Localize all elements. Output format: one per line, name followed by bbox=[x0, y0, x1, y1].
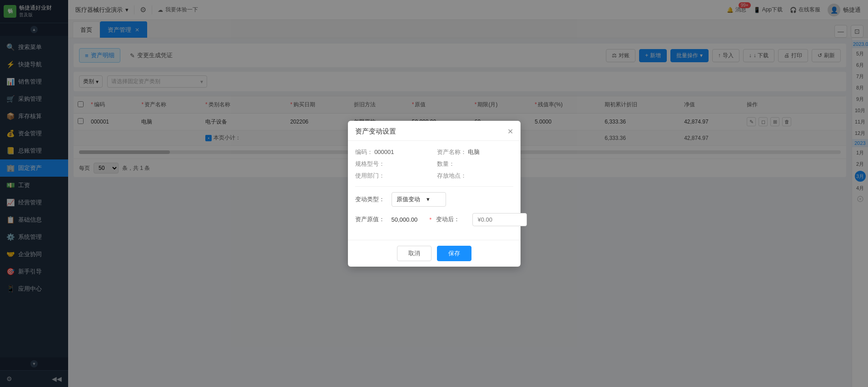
modal-change-type-value: 原值变动 bbox=[397, 195, 420, 203]
modal-asset-name-item: 资产名称： 电脑 bbox=[437, 148, 513, 156]
modal-asset-name-label: 资产名称： bbox=[437, 149, 466, 155]
modal-department-label: 使用部门： bbox=[355, 172, 385, 179]
modal-change-type-label: 变动类型： bbox=[355, 195, 387, 203]
modal-change-type-row: 变动类型： 原值变动 ▾ bbox=[355, 192, 513, 207]
modal-quantity-label: 数量： bbox=[437, 160, 455, 167]
modal-original-value-row: 资产原值： 50,000.00 * 变动后： bbox=[355, 213, 513, 226]
modal-original-value-value: 50,000.00 bbox=[392, 216, 418, 223]
modal-code-value: 000001 bbox=[374, 149, 394, 155]
modal-required-star: * bbox=[429, 216, 432, 223]
modal-change-type-select[interactable]: 原值变动 ▾ bbox=[392, 192, 446, 207]
modal-spec-label: 规格型号： bbox=[355, 160, 385, 167]
modal-storage-label: 存放地点： bbox=[437, 172, 466, 179]
cancel-button[interactable]: 取消 bbox=[397, 246, 432, 261]
modal-info-grid: 编码： 000001 资产名称： 电脑 规格型号： 数量： 使用部门： bbox=[355, 148, 513, 180]
modal-header: 资产变动设置 ✕ bbox=[348, 121, 521, 141]
modal-footer: 取消 保存 bbox=[348, 240, 521, 267]
chevron-down-icon: ▾ bbox=[427, 196, 430, 203]
modal-asset-name-value: 电脑 bbox=[468, 149, 480, 155]
modal-overlay[interactable]: 资产变动设置 ✕ 编码： 000001 资产名称： 电脑 规格型号： 数量： bbox=[0, 0, 868, 387]
modal-after-change-label: 变动后： bbox=[436, 215, 468, 223]
modal-title: 资产变动设置 bbox=[355, 127, 396, 136]
modal-code-label: 编码： bbox=[355, 149, 373, 155]
modal-close-button[interactable]: ✕ bbox=[507, 127, 513, 136]
modal-body: 编码： 000001 资产名称： 电脑 规格型号： 数量： 使用部门： bbox=[348, 141, 521, 240]
modal-code-item: 编码： 000001 bbox=[355, 148, 432, 156]
modal-divider bbox=[355, 186, 513, 187]
save-button[interactable]: 保存 bbox=[437, 246, 471, 261]
asset-change-modal: 资产变动设置 ✕ 编码： 000001 资产名称： 电脑 规格型号： 数量： bbox=[348, 121, 521, 267]
modal-storage-item: 存放地点： bbox=[437, 172, 513, 180]
modal-original-value-label: 资产原值： bbox=[355, 215, 387, 223]
modal-after-change-input[interactable] bbox=[472, 213, 527, 226]
modal-department-item: 使用部门： bbox=[355, 172, 432, 180]
modal-spec-item: 规格型号： bbox=[355, 160, 432, 168]
modal-quantity-item: 数量： bbox=[437, 160, 513, 168]
